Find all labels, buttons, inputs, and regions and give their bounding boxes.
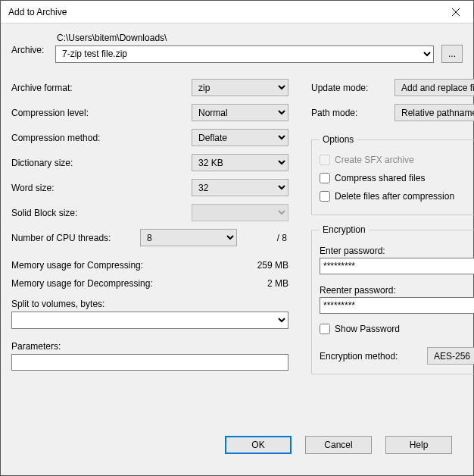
show-password-label: Show Password (335, 324, 400, 334)
compression-level-label: Compression level: (11, 108, 140, 118)
help-button[interactable]: Help (385, 436, 452, 454)
update-mode-label: Update mode: (311, 83, 394, 93)
update-mode-select[interactable]: Add and replace files (394, 79, 474, 96)
show-password-checkbox[interactable] (320, 324, 330, 334)
cpu-threads-label: Number of CPU threads: (11, 233, 140, 243)
enter-password-label: Enter password: (320, 246, 474, 256)
solid-block-size-label: Solid Block size: (11, 208, 140, 218)
mem-decompress-label: Memory usage for Decompressing: (11, 278, 153, 289)
delete-after-label: Delete files after compression (335, 191, 454, 202)
add-to-archive-dialog: Add to Archive Archive: C:\Users\bitem\D… (0, 0, 474, 476)
word-size-select[interactable]: 32 (192, 179, 288, 196)
sfx-checkbox (320, 155, 330, 165)
delete-after-checkbox[interactable] (320, 191, 330, 202)
compression-level-select[interactable]: Normal (192, 104, 288, 121)
solid-block-size-select (192, 204, 288, 221)
dictionary-size-select[interactable]: 32 KB (192, 154, 288, 171)
browse-button[interactable]: ... (441, 45, 463, 63)
compress-shared-label: Compress shared files (335, 173, 425, 183)
archive-path: C:\Users\bitem\Downloads\ (55, 33, 463, 43)
close-icon (452, 8, 460, 16)
dialog-footer: OK Cancel Help (11, 427, 463, 466)
compression-method-select[interactable]: Deflate (192, 129, 288, 146)
cancel-button[interactable]: Cancel (305, 436, 372, 454)
encryption-legend: Encryption (320, 224, 369, 235)
mem-decompress-value: 2 MB (267, 278, 288, 289)
parameters-label: Parameters: (11, 341, 288, 352)
window-title: Add to Archive (8, 7, 67, 17)
reenter-password-label: Reenter password: (320, 285, 474, 296)
titlebar: Add to Archive (1, 1, 473, 23)
mem-compress-label: Memory usage for Compressing: (11, 260, 143, 271)
columns: Archive format: zip Compression level: N… (11, 75, 463, 427)
archive-format-select[interactable]: zip (192, 79, 288, 96)
archive-format-label: Archive format: (11, 83, 140, 93)
sfx-label: Create SFX archive (335, 155, 414, 165)
split-volumes-label: Split to volumes, bytes: (11, 299, 288, 309)
encryption-method-select[interactable]: AES-256 (427, 347, 474, 365)
archive-filename-combo[interactable]: 7-zip test file.zip (55, 45, 434, 63)
split-volumes-combo[interactable] (11, 312, 288, 329)
ellipsis-icon: ... (448, 49, 456, 59)
options-group: Options Create SFX archive Compress shar… (311, 134, 474, 215)
cpu-threads-total: / 8 (240, 233, 288, 243)
mem-compress-value: 259 MB (257, 260, 288, 271)
options-legend: Options (320, 134, 357, 145)
compression-method-label: Compression method: (11, 133, 140, 143)
archive-label: Archive: (11, 33, 55, 55)
dictionary-size-label: Dictionary size: (11, 158, 140, 168)
parameters-input[interactable] (11, 354, 288, 371)
compress-shared-checkbox[interactable] (320, 173, 330, 183)
encryption-group: Encryption Enter password: Reenter passw… (311, 224, 474, 374)
ok-button[interactable]: OK (225, 436, 292, 454)
path-mode-label: Path mode: (311, 108, 394, 118)
cpu-threads-select[interactable]: 8 (140, 229, 237, 246)
close-button[interactable] (438, 1, 473, 23)
word-size-label: Word size: (11, 183, 140, 193)
path-mode-select[interactable]: Relative pathnames (394, 104, 474, 121)
reenter-password-input[interactable] (320, 297, 474, 314)
right-column: Update mode: Add and replace files Path … (311, 75, 474, 427)
enter-password-input[interactable] (320, 258, 474, 274)
archive-row: Archive: C:\Users\bitem\Downloads\ 7-zip… (11, 33, 463, 63)
left-column: Archive format: zip Compression level: N… (11, 75, 288, 427)
encryption-method-label: Encryption method: (320, 351, 398, 362)
client-area: Archive: C:\Users\bitem\Downloads\ 7-zip… (1, 23, 473, 475)
